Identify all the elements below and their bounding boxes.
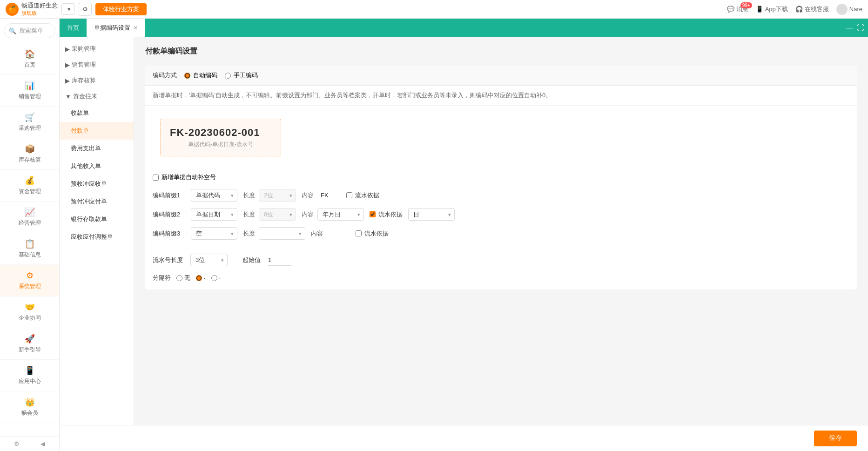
sep-row: 分隔符 无 · · bbox=[145, 274, 857, 289]
prefix3-content-value bbox=[327, 231, 350, 236]
search-icon: 🔍 bbox=[9, 27, 16, 34]
prefix3-label: 编码前缀3 bbox=[153, 229, 185, 238]
sidebar-item-operations[interactable]: 📈 经营管理 bbox=[0, 202, 59, 233]
settings-bottom-icon[interactable]: ⚙ bbox=[14, 440, 20, 447]
message-button[interactable]: 💬 消息 99+ bbox=[727, 5, 748, 13]
submenu-group-capital[interactable]: ▼ 资金往来 bbox=[60, 88, 134, 104]
tab-close-icon[interactable]: ✕ bbox=[133, 25, 138, 31]
logo-area: 🍊 畅通道好生意 旗舰版 bbox=[6, 2, 58, 16]
sidebar-item-enterprise[interactable]: 🤝 企业协同 bbox=[0, 296, 59, 328]
settings-button[interactable]: ⚙ bbox=[79, 3, 92, 16]
serial-row: 流水号长度 3位 4位 5位 6位 起始值 bbox=[145, 254, 857, 274]
sep-options: 无 · · bbox=[176, 274, 221, 282]
apps-icon: 📱 bbox=[25, 365, 35, 376]
chevron-right-icon-3: ▶ bbox=[65, 77, 70, 84]
chevron-down-icon: ▾ bbox=[67, 6, 71, 13]
trial-button[interactable]: 体验行业方案 bbox=[95, 3, 147, 15]
save-button[interactable]: 保存 bbox=[814, 431, 857, 446]
sidebar-item-base-info[interactable]: 📋 基础信息 bbox=[0, 233, 59, 265]
submenu-group-sales[interactable]: ▶ 销售管理 bbox=[60, 57, 134, 73]
prefix2-select-wrapper: 单据日期 单据代码 空 bbox=[191, 208, 237, 221]
serial-len-wrapper: 3位 4位 5位 6位 bbox=[190, 254, 228, 266]
submenu-group-purchase[interactable]: ▶ 采购管理 bbox=[60, 41, 134, 57]
sidebar-item-home[interactable]: 🏠 首页 bbox=[0, 43, 59, 75]
tab-home[interactable]: 首页 bbox=[60, 19, 87, 37]
radio-manual-encode[interactable]: 手工编码 bbox=[225, 71, 258, 80]
sep-none[interactable]: 无 bbox=[176, 274, 190, 282]
sep-dot2[interactable]: · bbox=[211, 275, 221, 282]
submenu-item-adjustment[interactable]: 应收应付调整单 bbox=[60, 228, 134, 246]
info-text: 新增单据时，'单据编码'自动生成，不可编辑。前缀设置为部门、业务员等档案类，开单… bbox=[145, 86, 857, 106]
app-download-button[interactable]: 📱 App下载 bbox=[756, 5, 788, 13]
prefix1-len-select[interactable]: 2位 bbox=[259, 189, 296, 202]
prefix3-select[interactable]: 空 单据代码 单据日期 bbox=[191, 227, 237, 240]
autofill-checkbox[interactable] bbox=[153, 175, 159, 181]
prefix3-select-wrapper: 空 单据代码 单据日期 bbox=[191, 227, 237, 240]
encode-method-row: 编码方式 自动编码 手工编码 bbox=[145, 66, 857, 86]
prefix1-serial-check[interactable]: 流水依据 bbox=[346, 191, 379, 200]
autofill-label: 新增单据自动补空号 bbox=[161, 173, 216, 182]
tab-expand-icon[interactable]: ⛶ bbox=[857, 24, 864, 32]
chevron-right-icon: ▶ bbox=[65, 46, 70, 53]
prefix3-len-select[interactable] bbox=[259, 227, 305, 240]
preview-sub: 单据代码-单据日期-流水号 bbox=[170, 141, 271, 148]
prefix2-extra-select[interactable]: 日 月 年 bbox=[408, 208, 455, 221]
sep-label: 分隔符 bbox=[153, 274, 171, 282]
serial-len-select[interactable]: 3位 4位 5位 6位 bbox=[190, 254, 228, 266]
prefix3-serial-check[interactable]: 流水依据 bbox=[356, 229, 389, 238]
logo-text: 畅通道好生意 旗舰版 bbox=[21, 2, 58, 16]
newbie-icon: 🚀 bbox=[25, 334, 35, 344]
chevron-right-icon-2: ▶ bbox=[65, 61, 70, 68]
radio-auto-encode[interactable]: 自动编码 bbox=[184, 71, 217, 80]
collapse-icon[interactable]: ◀ bbox=[40, 440, 45, 447]
sep-dot[interactable]: · bbox=[196, 275, 206, 282]
sidebar-item-purchase[interactable]: 🛒 采购管理 bbox=[0, 107, 59, 138]
sidebar: 🔍 搜索菜单 🏠 首页 📊 销售管理 🛒 采购管理 📦 库存核算 💰 bbox=[0, 19, 60, 451]
submenu-item-payment[interactable]: 付款单 bbox=[60, 122, 134, 140]
submenu-item-bank[interactable]: 银行存取款单 bbox=[60, 210, 134, 228]
purchase-icon: 🛒 bbox=[25, 112, 35, 122]
start-value-input[interactable] bbox=[268, 255, 291, 266]
main-layout: 🔍 搜索菜单 🏠 首页 📊 销售管理 🛒 采购管理 📦 库存核算 💰 bbox=[0, 19, 868, 451]
sidebar-item-inventory[interactable]: 📦 库存核算 bbox=[0, 138, 59, 170]
submenu-item-pre-receipt[interactable]: 预收冲应收单 bbox=[60, 175, 134, 193]
prefix1-select-wrapper: 单据代码 单据日期 空 bbox=[191, 189, 237, 202]
sidebar-item-newbie[interactable]: 🚀 新手引导 bbox=[0, 328, 59, 360]
submenu-group-inventory[interactable]: ▶ 库存核算 bbox=[60, 73, 134, 88]
prefix2-content-select[interactable]: 年月日 年月 年 bbox=[317, 208, 364, 221]
sidebar-item-system[interactable]: ⚙ 系统管理 bbox=[0, 265, 59, 296]
main-content: 付款单编码设置 编码方式 自动编码 手工编码 bbox=[134, 37, 868, 425]
sidebar-item-sales[interactable]: 📊 销售管理 bbox=[0, 75, 59, 107]
settings-card: 编码方式 自动编码 手工编码 bbox=[145, 66, 857, 289]
submenu-item-pre-payment[interactable]: 预付冲应付单 bbox=[60, 193, 134, 210]
prefix1-content-value: FK bbox=[317, 189, 341, 201]
sales-icon: 📊 bbox=[25, 81, 35, 91]
prefix1-label: 编码前缀1 bbox=[153, 191, 185, 200]
content-area: ▶ 采购管理 ▶ 销售管理 ▶ 库存核算 ▼ 资金往来 收款单 付款单 费用支出… bbox=[60, 37, 868, 425]
autofill-row: 新增单据自动补空号 bbox=[145, 169, 857, 189]
config-row-prefix3: 编码前缀3 空 单据代码 单据日期 长度 bbox=[153, 227, 849, 240]
message-icon: 💬 bbox=[727, 6, 734, 13]
tab-minimize-icon[interactable]: — bbox=[846, 24, 853, 32]
top-bar-right: 💬 消息 99+ 📱 App下载 🎧 在线客服 Nare bbox=[727, 4, 862, 15]
sidebar-item-finance[interactable]: 💰 资金管理 bbox=[0, 170, 59, 202]
prefix2-select[interactable]: 单据日期 单据代码 空 bbox=[191, 208, 237, 221]
prefix2-serial-check[interactable]: 流水依据 bbox=[370, 210, 403, 219]
user-menu[interactable]: Nare bbox=[836, 4, 862, 15]
search-menu-button[interactable]: 🔍 搜索菜单 bbox=[4, 23, 55, 38]
online-service-button[interactable]: 🎧 在线客服 bbox=[795, 5, 829, 13]
avatar bbox=[836, 4, 848, 15]
inventory-icon: 📦 bbox=[25, 144, 35, 154]
submenu-item-expense[interactable]: 费用支出单 bbox=[60, 140, 134, 157]
sidebar-bottom: ⚙ ◀ bbox=[0, 436, 59, 451]
tab-encode-settings[interactable]: 单据编码设置 ✕ bbox=[87, 19, 145, 37]
operations-icon: 📈 bbox=[25, 207, 35, 217]
prefix2-len-wrapper: 8位 bbox=[259, 208, 296, 221]
prefix1-select[interactable]: 单据代码 单据日期 空 bbox=[191, 189, 237, 202]
submenu-item-receipt[interactable]: 收款单 bbox=[60, 104, 134, 122]
submenu-item-income[interactable]: 其他收入单 bbox=[60, 157, 134, 175]
sidebar-item-vip[interactable]: 👑 畅会员 bbox=[0, 391, 59, 423]
dropdown-button[interactable]: ▾ bbox=[61, 3, 75, 15]
sidebar-item-apps[interactable]: 📱 应用中心 bbox=[0, 360, 59, 391]
prefix2-len-select[interactable]: 8位 bbox=[259, 208, 296, 221]
